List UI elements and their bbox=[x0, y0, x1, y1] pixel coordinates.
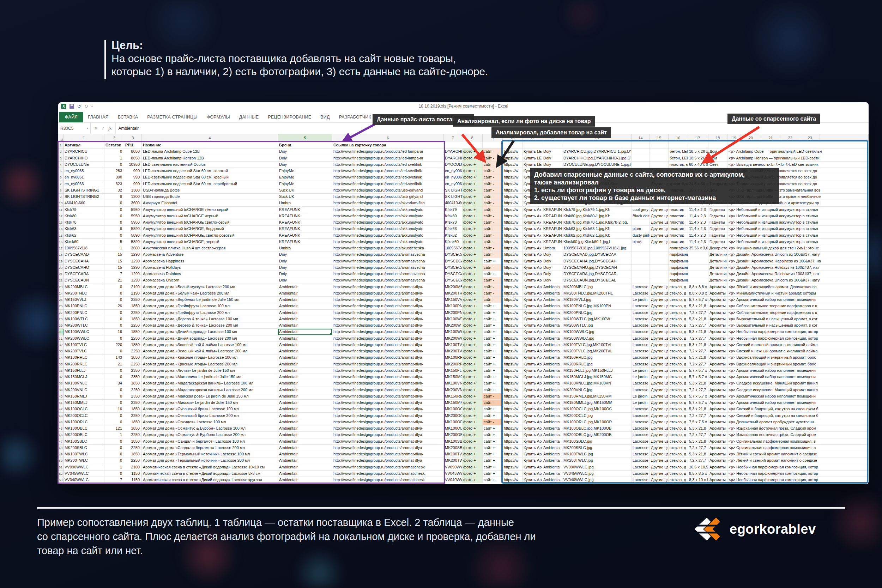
cell-price[interactable]: 2190 bbox=[124, 284, 142, 290]
cell-brand[interactable]: Ambientair bbox=[278, 425, 332, 432]
cell-donor-brand[interactable]: Ambienta bbox=[542, 361, 562, 368]
row-number[interactable]: 19 bbox=[58, 258, 63, 264]
column-header[interactable]: 5 bbox=[278, 134, 332, 142]
cell-variant[interactable]: Le jardin bbox=[632, 297, 650, 303]
cell-article[interactable]: DYSCECAUN bbox=[63, 277, 104, 284]
cell-name[interactable]: Аквариум Fishhotel bbox=[142, 200, 278, 206]
cell-article-copy[interactable]: MK200TWLC bbox=[444, 458, 462, 464]
cell-dimensions[interactable]: 18,5 x 26 x bbox=[688, 148, 708, 155]
cell-site-flag[interactable]: сайт + bbox=[483, 477, 503, 483]
cell-other-colors[interactable]: Другие цв bbox=[650, 354, 669, 361]
cell-site-flag[interactable]: сайт - bbox=[483, 200, 503, 206]
cell-category[interactable]: Ароматы bbox=[708, 316, 728, 322]
cell-category[interactable]: Ароматы bbox=[708, 406, 728, 412]
cell-description[interactable]: <p> Оригинальная парфюмерная композиция,… bbox=[728, 445, 868, 451]
cell-donor-title[interactable]: Купить Ар bbox=[522, 419, 542, 425]
cell-site-flag[interactable]: сайт + bbox=[483, 432, 503, 438]
cell-product-url[interactable]: http://www.finedesigngroup.ru/products/a… bbox=[332, 361, 444, 368]
cell-photos[interactable]: 1009567-918.jpg,1009567-918-1.jpg bbox=[562, 245, 632, 252]
cell-donor-title[interactable]: Купить Ар bbox=[522, 445, 542, 451]
name-box-dropdown-icon[interactable]: ▾ bbox=[87, 127, 88, 130]
cell-photo-flag[interactable]: фото + bbox=[462, 155, 483, 162]
cell[interactable] bbox=[542, 142, 562, 148]
cell-dimensions[interactable]: 7,2 x 27,7 bbox=[688, 445, 708, 451]
cell-article-copy[interactable]: MK100TVLC bbox=[444, 342, 462, 348]
cell-material[interactable]: стекло, д bbox=[669, 451, 688, 458]
row-number[interactable]: 27 bbox=[58, 310, 63, 316]
cell-stock[interactable]: 0 bbox=[104, 445, 124, 451]
cell-photos[interactable]: MK150MMLJ.jpg,MK150MM bbox=[562, 400, 632, 406]
cell-variant[interactable]: Lacrosse ' bbox=[632, 477, 650, 483]
cell-photos[interactable]: DYSCECARA.jpg,DYSCECAR bbox=[562, 271, 632, 277]
cell-material[interactable]: стекло, д bbox=[669, 458, 688, 464]
row-number[interactable]: 34 bbox=[58, 354, 63, 361]
cell-variant[interactable]: Le jardin bbox=[632, 393, 650, 400]
cell-site-flag[interactable]: сайт - bbox=[483, 400, 503, 406]
cell-price[interactable]: 1300 bbox=[124, 194, 142, 200]
cell-variant[interactable]: Le jardin bbox=[632, 374, 650, 380]
cell-category[interactable]: Ароматы bbox=[708, 413, 728, 419]
cell-article[interactable]: MK100SBLC bbox=[63, 438, 104, 445]
cell-other-colors[interactable]: Другие цв bbox=[650, 290, 669, 297]
row-number[interactable]: 14 bbox=[58, 226, 63, 232]
cell-brand[interactable]: Ambientair bbox=[278, 387, 332, 393]
cell-photo-flag[interactable]: фото + bbox=[462, 174, 483, 181]
cell-brand[interactable]: Doiy bbox=[278, 277, 332, 284]
cell-price[interactable]: 2250 bbox=[124, 322, 142, 329]
cell-site-flag[interactable]: сайт + bbox=[483, 387, 503, 393]
cell-other-colors[interactable]: Другие цв bbox=[650, 458, 669, 464]
cell-donor-brand[interactable]: Ambienta bbox=[542, 297, 562, 303]
cell-material[interactable]: бетон, LEI bbox=[669, 155, 688, 162]
cell-photo-flag[interactable]: фото + bbox=[462, 207, 483, 213]
cell-photo-flag[interactable]: фото + bbox=[462, 200, 483, 206]
cell-article[interactable]: Kfxsk60 bbox=[63, 239, 104, 245]
cell-price[interactable]: 2250 bbox=[124, 336, 142, 342]
cell-article-copy[interactable]: SK LIGHTSTRING1 bbox=[444, 187, 462, 194]
cell-donor-link[interactable]: https://w bbox=[503, 245, 522, 252]
cell-product-url[interactable]: http://www.finedesigngroup.ru/products/a… bbox=[332, 290, 444, 297]
row-number[interactable]: 30 bbox=[58, 329, 63, 335]
cell-product-url[interactable]: http://www.finedesigngroup.ru/products/a… bbox=[332, 413, 444, 419]
cell-price[interactable]: 10950 bbox=[124, 162, 142, 168]
cell-product-url[interactable]: http://www.finedesigngroup.ru/products/a… bbox=[332, 336, 444, 342]
cell-description[interactable]: <p> Дизайн: Аромасвеча Rainbow из 100&#3… bbox=[728, 271, 868, 277]
cell-brand[interactable]: Ambientair bbox=[278, 471, 332, 477]
cell-other-colors[interactable]: Другие цв bbox=[650, 471, 669, 477]
cell-site-flag[interactable]: сайт + bbox=[483, 348, 503, 354]
cell-material[interactable]: парфюмный воск bbox=[669, 277, 688, 284]
cell-article[interactable]: Kfsk62 bbox=[63, 232, 104, 239]
cell-name[interactable]: USB-гирлянда Bottle bbox=[142, 187, 278, 194]
cell-other-colors[interactable] bbox=[650, 277, 669, 284]
cell-donor-title[interactable]: Купить Ар bbox=[522, 413, 542, 419]
header-cell[interactable]: РРЦ bbox=[124, 142, 142, 148]
cell-description[interactable]: <p> Небольшой и изящный аккумулятор в ст… bbox=[728, 226, 868, 232]
cell-donor-brand[interactable]: KREAFUNI bbox=[542, 239, 562, 245]
cell-photos[interactable]: DYSCECAHA.jpg,DYSCECAH bbox=[562, 258, 632, 264]
row-number[interactable]: 35 bbox=[58, 361, 63, 368]
cell[interactable] bbox=[444, 142, 462, 148]
cell-description[interactable]: <p> Лёгкий и свежий аромат напомнит о ср… bbox=[728, 451, 868, 458]
cell-photo-flag[interactable]: фото + bbox=[462, 354, 483, 361]
cell-donor-brand[interactable]: Doiy bbox=[542, 162, 562, 168]
cell-brand[interactable]: Doiy bbox=[278, 155, 332, 162]
cell-photos[interactable]: MK100TWLC.jpg bbox=[562, 451, 632, 458]
column-header[interactable]: 18 bbox=[708, 134, 728, 142]
cell-site-flag[interactable]: сайт + bbox=[483, 451, 503, 458]
cell-variant[interactable]: Le jardin bbox=[632, 400, 650, 406]
cell-site-flag[interactable]: сайт - bbox=[483, 232, 503, 239]
cell-donor-link[interactable]: https://w bbox=[503, 425, 522, 432]
cell-price[interactable]: 1850 bbox=[124, 419, 142, 425]
cell-article[interactable]: MK100ORLC bbox=[63, 419, 104, 425]
cell-article[interactable]: MK200SBLC bbox=[63, 445, 104, 451]
cell-stock[interactable]: 0 bbox=[104, 387, 124, 393]
cell-name[interactable]: LED-светильник настенный Oculus bbox=[142, 162, 278, 168]
column-header[interactable]: 2 bbox=[104, 134, 124, 142]
row-number[interactable]: 4 bbox=[58, 162, 63, 168]
cell-material[interactable]: парфюмный воск bbox=[669, 264, 688, 271]
cell-dimensions[interactable]: 11,4 x 2,3 bbox=[688, 226, 708, 232]
cell-article[interactable]: VV090WWLC bbox=[63, 464, 104, 471]
cell-brand[interactable]: Ambientair bbox=[278, 374, 332, 380]
tab-formulas[interactable]: ФОРМУЛЫ bbox=[202, 112, 235, 122]
cell-material[interactable]: пластик bbox=[669, 213, 688, 219]
cell-donor-title[interactable]: Купить Ар bbox=[522, 342, 542, 348]
